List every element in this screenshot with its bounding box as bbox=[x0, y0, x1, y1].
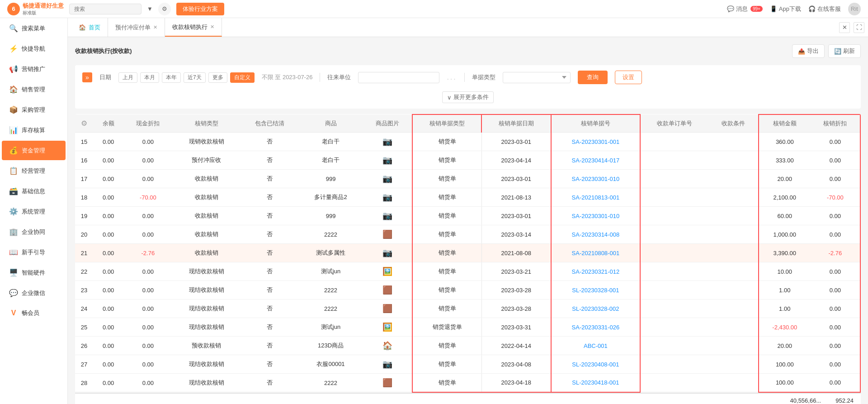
table-row: 19 0.00 0.00 收款核销 否 999 📷 销货单 2023-03-01… bbox=[75, 207, 860, 225]
cancel-no-link[interactable]: SA-20210808-001 bbox=[572, 250, 620, 257]
td-cash-discount: 0.00 bbox=[123, 151, 173, 170]
td-receipt-condition bbox=[709, 337, 759, 355]
td-balance: 0.00 bbox=[93, 374, 123, 392]
td-cancel-no: SL-20230328-002 bbox=[551, 299, 640, 318]
purchase-icon: 📦 bbox=[9, 105, 18, 114]
sidebar-label-operations: 经营管理 bbox=[22, 167, 45, 175]
td-cash-discount: 0.00 bbox=[123, 337, 173, 355]
td-goods: 测试jun bbox=[299, 318, 363, 337]
th-goods: 商品 bbox=[299, 114, 363, 133]
date-btn-7days[interactable]: 近7天 bbox=[184, 72, 206, 83]
sidebar-item-marketing[interactable]: 📢 营销推广 bbox=[2, 59, 66, 79]
sidebar-item-hardware[interactable]: 🖥️ 智能硬件 bbox=[2, 263, 66, 282]
from-unit-input[interactable] bbox=[358, 72, 439, 83]
td-cancel-no: SA-20210813-001 bbox=[551, 188, 640, 207]
sidebar-item-inventory[interactable]: 📊 库存核算 bbox=[2, 120, 66, 140]
td-receipt-order-no bbox=[640, 133, 709, 151]
sidebar-item-enterprise[interactable]: 🏢 企业协同 bbox=[2, 222, 66, 242]
expand-more-btn[interactable]: ∨ 展开更多条件 bbox=[442, 91, 494, 103]
date-btn-more[interactable]: 更多 bbox=[208, 72, 227, 83]
tab-receipt[interactable]: 收款核销执行 ✕ bbox=[165, 18, 222, 37]
td-cancel-date: 2023-03-28 bbox=[481, 281, 551, 299]
th-goods-image: 商品图片 bbox=[363, 114, 412, 133]
td-cancel-discount: 0.00 bbox=[811, 225, 860, 244]
td-id: 18 bbox=[75, 188, 93, 207]
filter-settings-btn[interactable]: 设置 bbox=[615, 71, 642, 84]
td-cancel-no: SL-20230408-001 bbox=[551, 355, 640, 374]
sidebar-item-system[interactable]: ⚙️ 系统管理 bbox=[2, 202, 66, 221]
th-cash-discount: 现金折扣 bbox=[123, 114, 173, 133]
refresh-btn[interactable]: 🔄 刷新 bbox=[828, 44, 861, 58]
export-icon: 📤 bbox=[798, 48, 805, 55]
tab-close-btn[interactable]: ✕ bbox=[839, 22, 850, 33]
td-cancel-date: 2023-03-01 bbox=[481, 133, 551, 151]
sidebar-item-quick-nav[interactable]: ⚡ 快捷导航 bbox=[2, 39, 66, 58]
cancel-no-link[interactable]: SA-20230301-001 bbox=[572, 138, 620, 145]
sidebar-item-sales[interactable]: 🏠 销售管理 bbox=[2, 80, 66, 99]
td-goods-image: 🟫 bbox=[363, 374, 412, 392]
filter-divider bbox=[320, 73, 320, 82]
tab-prepay-close[interactable]: ✕ bbox=[153, 24, 157, 30]
column-settings-icon[interactable]: ⚙ bbox=[81, 119, 87, 127]
td-cash-discount: 0.00 bbox=[123, 374, 173, 392]
top-dropdown[interactable]: ▼ bbox=[147, 5, 153, 12]
td-id: 27 bbox=[75, 355, 93, 374]
table-row: 24 0.00 0.00 现结收款核销 否 2222 🟫 销货单 2023-03… bbox=[75, 299, 860, 318]
tab-prepay[interactable]: 预付冲应付单 ✕ bbox=[108, 18, 165, 37]
sidebar-label-inventory: 库存核算 bbox=[22, 126, 45, 134]
cancel-no-link[interactable]: SA-20230314-008 bbox=[572, 231, 620, 238]
top-search-input[interactable] bbox=[69, 4, 142, 14]
cancel-no-link[interactable]: SL-20230408-001 bbox=[572, 361, 619, 368]
settings-gear-btn[interactable]: ⚙ bbox=[158, 3, 171, 15]
table-row: 28 0.00 0.00 现结收款核销 否 2222 🟫 销货单 2023-04… bbox=[75, 374, 860, 392]
tab-expand-btn[interactable]: ⛶ bbox=[854, 22, 864, 33]
td-receipt-order-no bbox=[640, 207, 709, 225]
cancel-no-link[interactable]: SA-20230321-012 bbox=[572, 268, 620, 275]
tab-home[interactable]: 🏠 首页 bbox=[71, 18, 108, 37]
td-receipt-condition bbox=[709, 262, 759, 281]
td-cancel-type: 收款核销 bbox=[173, 244, 241, 262]
cancel-no-link[interactable]: SL-20230418-001 bbox=[572, 379, 619, 386]
sidebar-item-finance[interactable]: 💰 资金管理 bbox=[2, 141, 66, 160]
cancel-no-link[interactable]: SL-20230328-001 bbox=[572, 287, 619, 294]
td-cancel-amount: 60.00 bbox=[759, 207, 811, 225]
sidebar-item-guide[interactable]: 📖 新手引导 bbox=[2, 242, 66, 262]
sidebar-item-wechat[interactable]: 💬 企业微信 bbox=[2, 283, 66, 303]
sidebar-item-search[interactable]: 🔍 搜索菜单 bbox=[2, 19, 66, 38]
app-download-btn[interactable]: 📱 App下载 bbox=[770, 5, 801, 13]
filter-expand-btn[interactable]: » bbox=[82, 72, 92, 82]
date-label: 日期 bbox=[99, 73, 111, 81]
date-btn-custom[interactable]: 自定义 bbox=[230, 72, 255, 83]
query-btn[interactable]: 查询 bbox=[578, 71, 608, 84]
cancel-no-link[interactable]: SA-20210813-001 bbox=[572, 194, 620, 201]
cancel-no-link[interactable]: SA-20230301-010 bbox=[572, 176, 620, 182]
table-body: 15 0.00 0.00 现销收款核销 否 老白干 📷 销货单 2023-03-… bbox=[75, 133, 860, 392]
sidebar-item-operations[interactable]: 📋 经营管理 bbox=[2, 161, 66, 181]
export-btn[interactable]: 📤 导出 bbox=[792, 44, 825, 58]
table-row: 20 0.00 0.00 收款核销 否 2222 🟫 销货单 2023-03-1… bbox=[75, 225, 860, 244]
industry-btn[interactable]: 体验行业方案 bbox=[176, 3, 224, 15]
td-balance: 0.00 bbox=[93, 244, 123, 262]
sidebar-label-system: 系统管理 bbox=[22, 208, 45, 216]
voucher-type-select[interactable] bbox=[503, 72, 571, 83]
sidebar-item-purchase[interactable]: 📦 采购管理 bbox=[2, 100, 66, 119]
date-btn-this-year[interactable]: 本年 bbox=[162, 72, 181, 83]
date-btn-last-month[interactable]: 上月 bbox=[118, 72, 137, 83]
date-btn-this-month[interactable]: 本月 bbox=[140, 72, 159, 83]
user-avatar[interactable]: Rit bbox=[848, 3, 861, 15]
td-goods-image: 🟫 bbox=[363, 281, 412, 299]
td-cancel-date: 2023-04-08 bbox=[481, 355, 551, 374]
cancel-no-link[interactable]: ABC-001 bbox=[584, 342, 608, 349]
cancel-no-link[interactable]: SA-20230331-026 bbox=[572, 324, 620, 331]
sidebar-item-member[interactable]: V 畅会员 bbox=[2, 304, 66, 323]
cancel-no-link[interactable]: SA-20230301-010 bbox=[572, 213, 620, 219]
tab-receipt-close[interactable]: ✕ bbox=[210, 24, 214, 30]
th-receipt-order-no: 收款单订单号 bbox=[640, 114, 709, 133]
cancel-no-link[interactable]: SL-20230328-002 bbox=[572, 305, 619, 312]
table-row: 16 0.00 0.00 预付冲应收 否 老白干 📷 销货单 2023-04-1… bbox=[75, 151, 860, 170]
cancel-no-link[interactable]: SA-20230414-017 bbox=[572, 157, 620, 164]
messages-btn[interactable]: 💬 消息 99+ bbox=[727, 5, 763, 13]
online-service-btn[interactable]: 🎧 在线客服 bbox=[808, 5, 841, 13]
top-bar-left: 6 畅捷通谱好生意 标准版 ▼ ⚙ 体验行业方案 bbox=[7, 2, 224, 16]
sidebar-item-basic-info[interactable]: 🗃️ 基础信息 bbox=[2, 181, 66, 201]
